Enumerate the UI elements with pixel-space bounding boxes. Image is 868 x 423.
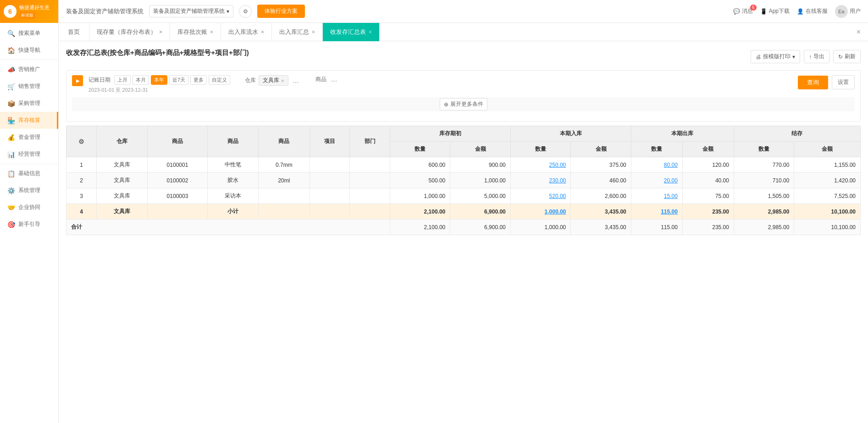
date-btn-more[interactable]: 更多 (190, 75, 207, 85)
messages-button[interactable]: 💬 消息 6 (733, 7, 753, 15)
sidebar-item-quick-nav[interactable]: 🏠 快捷导航 (0, 42, 58, 59)
tabs-bar: 首页 现存量（库存分布表） × 库存批次账 × 出入库流水 × 出入库汇总 × … (59, 23, 868, 41)
warehouse-filter-tag[interactable]: 文具库 × (259, 75, 288, 86)
row-in-qty[interactable]: 520.00 (510, 188, 571, 204)
date-btn-this-year[interactable]: 本年 (151, 75, 167, 85)
row-product-name: 中性笔 (208, 157, 259, 173)
main-content: 收发存汇总表(按仓库+商品编码+商品+规格型号+项目+部门) 🖨 按模版打印 ▾… (59, 41, 868, 423)
tab-inout-flow[interactable]: 出入库流水 × (221, 23, 272, 41)
experience-button[interactable]: 体验行业方案 (257, 5, 305, 18)
sidebar-item-system[interactable]: ⚙️ 系统管理 (0, 182, 58, 199)
date-btn-prev-month[interactable]: 上月 (114, 75, 131, 85)
tab-home-label: 首页 (68, 28, 80, 36)
expand-more-area: ⊕ 展开更多条件 (72, 97, 855, 111)
enterprise-icon: 🤝 (7, 204, 15, 211)
settings-button[interactable]: ⚙ (239, 5, 252, 18)
sidebar-item-operation[interactable]: 📊 经营管理 (0, 146, 58, 163)
system-selector[interactable]: 装备及固定资产辅助管理系统 ▾ (149, 5, 233, 17)
row-open-qty: 500.00 (390, 173, 450, 188)
tab-receive-summary[interactable]: 收发存汇总表 × (323, 23, 380, 41)
row-out-qty[interactable]: 20.00 (631, 173, 682, 188)
warehouse-dots[interactable]: ... (291, 77, 301, 85)
date-btn-this-month[interactable]: 本月 (133, 75, 149, 85)
user-button[interactable]: Ea 用户 (835, 5, 861, 18)
expand-icon: ⊕ (444, 101, 448, 108)
warehouse-tag-close-icon[interactable]: × (281, 78, 284, 83)
th-in-group: 本期入库 (510, 126, 631, 142)
tabs-close-all-button[interactable]: × (849, 28, 868, 36)
th-settings[interactable]: ⚙ (66, 126, 97, 157)
row-out-amt: 235.00 (682, 204, 734, 220)
data-table: ⚙ 仓库 商品 商品 商品 项目 部门 库存期初 本期入库 本期出库 结存 数量… (66, 126, 861, 235)
tab-batch[interactable]: 库存批次账 × (170, 23, 221, 41)
row-product-code: 0100003 (147, 188, 208, 204)
app-download-button[interactable]: 📱 App下载 (760, 7, 790, 15)
date-btn-7days[interactable]: 近7天 (169, 75, 188, 85)
print-button[interactable]: 🖨 按模版打印 ▾ (751, 50, 800, 63)
row-open-qty: 1,000.00 (390, 188, 450, 204)
refresh-button[interactable]: ↻ 刷新 (833, 50, 861, 63)
tab-receive-summary-label: 收发存汇总表 (330, 28, 366, 36)
row-out-qty[interactable]: 80.00 (631, 157, 682, 173)
system-icon: ⚙️ (7, 187, 15, 194)
sidebar-item-sales[interactable]: 🛒 销售管理 (0, 78, 58, 95)
sidebar-item-label: 营销推广 (18, 66, 40, 73)
footer-out-qty: 115.00 (631, 220, 682, 235)
sidebar-header: 6 畅捷通好生意 标准版 (0, 0, 58, 23)
refresh-icon: ↻ (838, 54, 843, 60)
chevron-down-icon: ▾ (227, 8, 229, 15)
tab-close-icon[interactable]: × (159, 29, 162, 35)
tab-close-icon[interactable]: × (312, 29, 315, 35)
tab-active-close-icon[interactable]: × (369, 29, 372, 35)
refresh-label: 刷新 (845, 53, 856, 60)
row-product-spec: 0.7mm (258, 157, 310, 173)
tab-home[interactable]: 首页 (59, 23, 89, 41)
date-filter-label: 记账日期 (88, 76, 111, 84)
filter-settings-button[interactable]: 设置 (832, 75, 855, 89)
sidebar-item-enterprise[interactable]: 🤝 企业协同 (0, 199, 58, 216)
footer-in-qty: 1,000.00 (510, 220, 571, 235)
th-department: 部门 (350, 126, 390, 157)
tab-inout-summary[interactable]: 出入库汇总 × (272, 23, 323, 41)
th-open-qty: 数量 (390, 142, 450, 157)
footer-bal-amt: 10,100.00 (794, 220, 861, 235)
sidebar-item-search[interactable]: 🔍 搜索菜单 (0, 25, 58, 42)
goods-dots[interactable]: ... (329, 75, 339, 83)
tab-stock-dist[interactable]: 现存量（库存分布表） × (89, 23, 170, 41)
sidebar-item-guide[interactable]: 🎯 新手引导 (0, 216, 58, 233)
row-in-qty[interactable]: 250.00 (510, 157, 571, 173)
row-in-qty[interactable]: 230.00 (510, 173, 571, 188)
th-warehouse: 仓库 (97, 126, 148, 157)
footer-bal-qty: 2,985.00 (734, 220, 794, 235)
row-bal-qty: 1,505.00 (734, 188, 794, 204)
row-out-qty[interactable]: 15.00 (631, 188, 682, 204)
sidebar-item-marketing[interactable]: 📣 营销推广 (0, 61, 58, 78)
sidebar-item-finance[interactable]: 💰 资金管理 (0, 129, 58, 146)
page-title: 收发存汇总表(按仓库+商品编码+商品+规格型号+项目+部门) (66, 49, 249, 57)
query-button[interactable]: 查询 (798, 76, 828, 89)
export-button[interactable]: ↑ 导出 (804, 50, 829, 63)
tab-close-icon[interactable]: × (261, 29, 264, 35)
row-open-amt: 5,000.00 (450, 188, 511, 204)
th-product-name: 商品 (208, 126, 259, 157)
row-index: 1 (66, 157, 97, 173)
expand-conditions-button[interactable]: ⊕ 展开更多条件 (440, 98, 487, 110)
sidebar-item-basic[interactable]: 📋 基础信息 (0, 165, 58, 182)
tab-close-icon[interactable]: × (210, 29, 213, 35)
online-service-button[interactable]: 👤 在线客服 (797, 7, 828, 15)
row-department (350, 173, 390, 188)
sidebar-item-label: 快捷导航 (18, 46, 40, 54)
row-out-amt: 75.00 (682, 188, 734, 204)
export-icon: ↑ (809, 54, 812, 60)
print-icon: 🖨 (756, 54, 761, 60)
filter-toggle-button[interactable]: ▸ (72, 75, 83, 86)
guide-icon: 🎯 (7, 221, 15, 228)
sidebar-item-inventory[interactable]: 🏪 库存核算 (0, 112, 58, 129)
th-out-amt: 金额 (682, 142, 734, 157)
sidebar-item-purchase[interactable]: 📦 采购管理 (0, 95, 58, 112)
app-version: 标准版 (19, 12, 35, 19)
tab-inout-flow-label: 出入库流水 (228, 28, 258, 36)
date-btn-custom[interactable]: 自定义 (209, 75, 230, 85)
sidebar-item-label: 企业协同 (18, 203, 40, 211)
finance-icon: 💰 (7, 134, 15, 141)
